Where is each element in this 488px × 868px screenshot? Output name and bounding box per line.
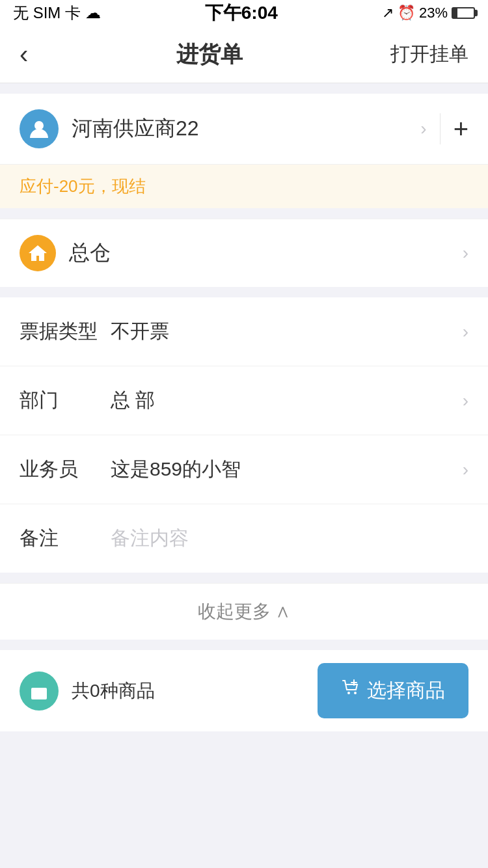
svg-rect-1: [31, 688, 47, 699]
product-count-text: 共0种商品: [72, 679, 318, 703]
status-bar: 无 SIM 卡 ☁ 下午6:04 ↗ ⏰ 23%: [0, 0, 488, 26]
supplier-chevron-icon: ›: [420, 118, 426, 139]
vertical-divider: [440, 113, 441, 144]
warehouse-card: 总仓 ›: [0, 219, 488, 287]
invoice-type-chevron-icon: ›: [463, 321, 468, 342]
warehouse-icon: [20, 235, 56, 271]
bottom-bar: 共0种商品 选择商品: [0, 650, 488, 731]
svg-point-3: [354, 692, 357, 694]
add-supplier-button[interactable]: +: [454, 115, 468, 144]
svg-point-2: [347, 692, 350, 694]
invoice-type-label: 票据类型: [20, 318, 98, 345]
supplier-row[interactable]: 河南供应商22 › +: [0, 94, 488, 165]
svg-point-0: [34, 121, 44, 130]
alarm-icon: ⏰: [398, 5, 415, 21]
supplier-avatar: [20, 109, 59, 148]
location-icon: ↗: [382, 5, 394, 21]
select-product-button[interactable]: 选择商品: [318, 663, 468, 718]
remark-row[interactable]: 备注 备注内容: [0, 504, 488, 573]
salesperson-label: 业务员: [20, 456, 98, 483]
battery-text: 23%: [419, 5, 448, 21]
salesperson-value: 这是859的小智: [111, 456, 463, 483]
remark-label: 备注: [20, 525, 98, 552]
status-right: ↗ ⏰ 23%: [382, 5, 475, 21]
separator-1: [0, 83, 488, 94]
open-pending-button[interactable]: 打开挂单: [390, 41, 468, 68]
invoice-type-row[interactable]: 票据类型 不开票 ›: [0, 297, 488, 366]
warehouse-row[interactable]: 总仓 ›: [0, 219, 488, 287]
department-chevron-icon: ›: [463, 390, 468, 411]
invoice-type-value: 不开票: [111, 318, 463, 345]
supplier-card: 河南供应商22 › + 应付-20元，现结: [0, 94, 488, 208]
select-product-icon: [341, 679, 360, 703]
page-background: [0, 731, 488, 868]
nav-bar: ‹ 进货单 打开挂单: [0, 26, 488, 83]
product-count-icon: [20, 671, 59, 711]
collapse-toggle-button[interactable]: 收起更多 ∧: [0, 583, 488, 640]
supplier-name: 河南供应商22: [72, 115, 420, 143]
salesperson-row[interactable]: 业务员 这是859的小智 ›: [0, 435, 488, 504]
form-section: 票据类型 不开票 › 部门 总 部 › 业务员 这是859的小智 › 备注 备注…: [0, 297, 488, 573]
department-label: 部门: [20, 387, 98, 414]
back-button[interactable]: ‹: [20, 40, 28, 69]
status-time: 下午6:04: [205, 1, 278, 25]
warehouse-name: 总仓: [69, 239, 463, 267]
salesperson-chevron-icon: ›: [463, 459, 468, 480]
notice-banner: 应付-20元，现结: [0, 165, 488, 208]
department-value: 总 部: [111, 387, 463, 414]
select-product-label: 选择商品: [367, 677, 445, 704]
status-left: 无 SIM 卡 ☁: [13, 3, 101, 23]
signal-text: 无 SIM 卡 ☁: [13, 3, 101, 23]
page-title: 进货单: [176, 40, 243, 70]
department-row[interactable]: 部门 总 部 ›: [0, 366, 488, 435]
remark-input[interactable]: 备注内容: [111, 525, 468, 552]
battery-icon: [452, 7, 475, 19]
separator-2: [0, 208, 488, 219]
warehouse-chevron-icon: ›: [463, 243, 468, 264]
